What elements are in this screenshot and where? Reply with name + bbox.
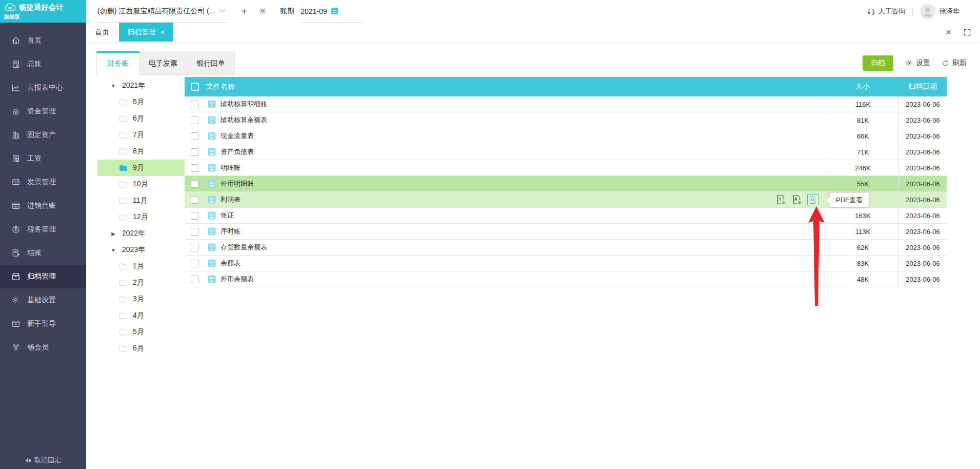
pdf-view-icon[interactable] (807, 194, 818, 205)
table-row[interactable]: 外币明细账55K2023-06-06 (185, 176, 947, 192)
pdf-download-icon[interactable] (791, 194, 803, 205)
sidebar-item-tax[interactable]: 税务管理 (0, 218, 86, 241)
period-tree: ▼2021年5月6月7月8月9月10月11月12月▶2022年▼2023年1月2… (86, 77, 185, 357)
tree-month[interactable]: 8月 (97, 143, 185, 160)
file-size: 83K (827, 256, 898, 271)
tree-month[interactable]: 6月 (97, 110, 185, 127)
tree-month[interactable]: 1月 (97, 258, 185, 275)
archive-date: 2023-06-06 (898, 271, 947, 287)
refresh-label: 刷新 (952, 58, 967, 68)
sidebar-item-payroll[interactable]: 工资 (0, 147, 86, 170)
sidebar-item-basic-settings[interactable]: 基础设置 (0, 288, 86, 312)
user-menu[interactable]: 徐泽华 (920, 4, 959, 19)
row-checkbox[interactable] (191, 244, 198, 251)
sidebar-item-label: 基础设置 (27, 296, 56, 305)
funds-icon (11, 107, 21, 116)
sidebar-item-home[interactable]: 首页 (0, 29, 86, 52)
sidebar-item-archive[interactable]: 归档管理 (0, 265, 86, 288)
table-row[interactable]: 辅助核算明细账116K2023-06-06 (185, 96, 947, 112)
sidebar-item-member[interactable]: 畅会员 (0, 336, 86, 359)
table-row[interactable]: 明细账246K2023-06-06 (185, 160, 947, 176)
period-selector[interactable]: 2021-09 (301, 0, 362, 23)
sidebar-item-general-ledger[interactable]: 总账 (0, 52, 86, 76)
table-row[interactable]: 利润表72K2023-06-06PDF查看 (185, 192, 947, 208)
tree-month[interactable]: 3月 (97, 291, 185, 307)
tree-year[interactable]: ▼2021年 (97, 77, 185, 94)
archive-button[interactable]: 归档 (863, 55, 893, 71)
tree-month[interactable]: 11月 (97, 192, 185, 209)
file-size: 62K (827, 240, 898, 255)
tab-home[interactable]: 首页 (88, 23, 116, 42)
tree-year[interactable]: ▶2022年 (97, 225, 185, 242)
table-row[interactable]: 资产负债表71K2023-06-06 (185, 144, 947, 160)
row-checkbox[interactable] (191, 196, 198, 204)
cloud-report-icon (11, 83, 21, 92)
row-checkbox[interactable] (191, 101, 198, 108)
table-row[interactable]: 序时账113K2023-06-06 (185, 224, 947, 240)
tab-archive-management[interactable]: 归档管理× (119, 23, 173, 42)
tree-month[interactable]: 5月 (97, 94, 185, 110)
select-all-checkbox[interactable] (191, 83, 199, 91)
fullscreen-icon[interactable] (964, 29, 971, 36)
tree-month[interactable]: 9月 (97, 160, 185, 176)
support-link[interactable]: 人工咨询 (867, 7, 905, 16)
row-checkbox[interactable] (191, 260, 198, 267)
tree-year[interactable]: ▼2023年 (97, 242, 185, 258)
sidebar-item-closing[interactable]: 结账 (0, 241, 86, 265)
row-checkbox[interactable] (191, 132, 198, 140)
unpin-button[interactable]: 取消固定 (0, 456, 86, 465)
sidebar-item-cloud-reports[interactable]: 云报表中心 (0, 76, 86, 100)
sidebar-item-invoice[interactable]: 发票管理 (0, 170, 86, 194)
table-row[interactable]: 存货数量余额表62K2023-06-06 (185, 240, 947, 256)
sidebar-item-purchase-sales[interactable]: 进销台账 (0, 194, 86, 218)
gear-icon (11, 296, 21, 305)
subtab-bank-receipt[interactable]: 银行回单 (187, 51, 235, 75)
sidebar-item-fixed-assets[interactable]: 固定资产 (0, 123, 86, 147)
table-row[interactable]: 余额表83K2023-06-06 (185, 256, 947, 271)
table-row[interactable]: 辅助核算余额表81K2023-06-06 (185, 112, 947, 128)
refresh-button[interactable]: 刷新 (942, 58, 967, 68)
tree-month[interactable]: 4月 (97, 307, 185, 324)
table-row[interactable]: 现金流量表66K2023-06-06 (185, 128, 947, 144)
table-row[interactable]: 凭证163K2023-06-06 (185, 208, 947, 224)
file-size: 113K (827, 224, 898, 239)
tab-label: 首页 (95, 28, 109, 37)
sidebar-item-funds[interactable]: 资金管理 (0, 100, 86, 123)
row-checkbox[interactable] (191, 228, 198, 236)
tab-close-icon[interactable]: × (161, 28, 165, 36)
tree-month[interactable]: 10月 (97, 176, 185, 192)
settings-button[interactable]: 设置 (905, 58, 930, 68)
purchase-icon (11, 201, 21, 210)
tree-month[interactable]: 5月 (97, 324, 185, 340)
row-checkbox[interactable] (191, 148, 198, 156)
sidebar-item-label: 税务管理 (27, 225, 56, 234)
archive-date: 2023-06-06 (898, 112, 947, 128)
period-value: 2021-09 (301, 7, 327, 15)
folder-icon (119, 328, 128, 336)
sidebar-item-guide[interactable]: 新手引导 (0, 312, 86, 336)
payroll-icon (11, 154, 21, 163)
subtab-e-invoice[interactable]: 电子发票 (139, 51, 187, 75)
tree-month[interactable]: 2月 (97, 275, 185, 291)
support-label: 人工咨询 (878, 7, 905, 16)
row-checkbox[interactable] (191, 276, 198, 283)
row-checkbox[interactable] (191, 212, 198, 220)
close-icon[interactable]: × (946, 27, 951, 37)
tree-month[interactable]: 6月 (97, 340, 185, 357)
row-checkbox[interactable] (191, 164, 198, 172)
excel-download-icon[interactable] (775, 194, 787, 205)
add-account-button[interactable]: + (241, 6, 247, 16)
archive-date: 2023-06-06 (898, 224, 947, 239)
company-selector[interactable]: (勿删) 江西服宝精品有限责任公司 (... (97, 0, 228, 23)
file-icon (208, 227, 216, 236)
subtab-finance-books[interactable]: 财务账 (96, 51, 139, 75)
row-checkbox[interactable] (191, 180, 198, 188)
table-row[interactable]: 外币余额表48K2023-06-06 (185, 271, 947, 287)
tree-month[interactable]: 7月 (97, 127, 185, 143)
row-checkbox[interactable] (191, 116, 198, 124)
column-header-date: 归档日期 (898, 82, 947, 91)
folder-icon (119, 279, 128, 286)
account-settings-button[interactable] (258, 7, 267, 15)
tree-month-label: 10月 (133, 180, 148, 189)
tree-month[interactable]: 12月 (97, 209, 185, 225)
